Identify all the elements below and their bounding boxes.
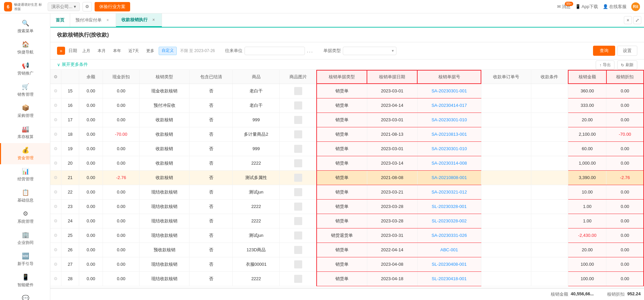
cell-doc_no[interactable]: SL-20230328-001 <box>417 199 481 214</box>
cell-settings[interactable]: ⚙ <box>50 214 61 228</box>
cell-doc_no[interactable]: SA-20230301-010 <box>417 141 481 156</box>
counterpart-input[interactable] <box>245 47 305 55</box>
industry-button[interactable]: 休验行业方案 <box>95 2 130 11</box>
date-tab-custom[interactable]: 自定义 <box>159 47 177 55</box>
row-settings-icon[interactable]: ⚙ <box>54 218 58 223</box>
row-settings-icon[interactable]: ⚙ <box>54 117 58 122</box>
tab-receivable[interactable]: 收款核销执行 × <box>116 13 162 27</box>
sidebar-item-operation[interactable]: 📊 经营管理 <box>0 164 50 185</box>
cell-settings[interactable]: ⚙ <box>50 141 61 156</box>
filter-bar: » 日期 上月 本月 本年 近7天 更多 自定义 不限 至 2023-07-26… <box>50 42 644 59</box>
date-tab-thisyear[interactable]: 本年 <box>110 47 124 55</box>
date-tab-more[interactable]: 更多 <box>143 47 157 55</box>
sidebar-item-guide[interactable]: 🆕 新手引导 <box>0 249 50 270</box>
expand-more-bar[interactable]: ∨ 展开更多条件 <box>50 59 644 70</box>
cell-seq: 20 <box>61 156 79 170</box>
sidebar-item-hardware[interactable]: 📱 智能硬件 <box>0 270 50 291</box>
sidebar-item-wechat[interactable]: 💬 企业微信 <box>0 291 50 300</box>
cell-settings[interactable]: ⚙ <box>50 271 61 286</box>
cell-seq: 16 <box>61 98 79 113</box>
query-button[interactable]: 查询 <box>593 46 615 56</box>
cell-settings[interactable]: ⚙ <box>50 156 61 170</box>
sidebar-item-marketing[interactable]: 📢 营销推广 <box>0 58 50 80</box>
sidebar-item-basic[interactable]: 📋 基础信息 <box>0 185 50 207</box>
sidebar-item-sales[interactable]: 🛒 销售管理 <box>0 80 50 101</box>
cell-settings[interactable]: ⚙ <box>50 199 61 214</box>
cell-receipt_terms <box>531 214 568 228</box>
cell-doc_no[interactable]: SA-20230314-008 <box>417 156 481 170</box>
cell-writeoff_discount: -2.76 <box>606 170 644 185</box>
filter-expand-button[interactable]: » <box>57 47 65 55</box>
cell-settings[interactable]: ⚙ <box>50 127 61 141</box>
tab-prepay[interactable]: 预付冲应付单 × <box>70 13 116 27</box>
date-tab-thismonth[interactable]: 本月 <box>95 47 109 55</box>
tab-home[interactable]: 首页 <box>50 13 70 27</box>
sidebar-item-search[interactable]: 🔍 搜索菜单 <box>0 16 50 37</box>
sidebar-item-purchase[interactable]: 📦 采购管理 <box>0 101 50 122</box>
cell-settings[interactable]: ⚙ <box>50 228 61 243</box>
row-settings-icon[interactable]: ⚙ <box>54 146 58 151</box>
col-settings[interactable]: ⚙ <box>50 70 61 84</box>
cell-balance: 0.00 <box>79 84 103 98</box>
cell-writeoff_type: 预收款核销 <box>140 243 190 257</box>
home-icon: 🏠 <box>22 41 29 48</box>
settings-button[interactable]: ⚙ <box>83 2 92 11</box>
close-window-button[interactable]: × <box>624 16 632 24</box>
cell-doc_no[interactable]: SA-20210808-001 <box>417 170 481 185</box>
cell-settings[interactable]: ⚙ <box>50 113 61 127</box>
row-settings-icon[interactable]: ⚙ <box>54 161 58 166</box>
sidebar-item-inventory[interactable]: 🏭 库存核算 <box>0 122 50 143</box>
cell-doc_no[interactable]: SL-20230418-001 <box>417 271 481 286</box>
cell-product_image <box>280 185 317 199</box>
export-button[interactable]: ↑ 导出 <box>596 60 614 70</box>
row-settings-icon[interactable]: ⚙ <box>54 103 58 108</box>
row-settings-icon[interactable]: ⚙ <box>54 247 58 252</box>
table-row: ⚙190.000.00收款核销否999销货单2023-03-01SA-20230… <box>50 141 644 156</box>
cell-doc_no[interactable]: SL-20230408-001 <box>417 257 481 271</box>
cell-doc_date: 2021-08-13 <box>367 127 417 141</box>
cell-settings[interactable]: ⚙ <box>50 170 61 185</box>
sidebar-item-finance[interactable]: 💰 资金管理 <box>0 143 50 164</box>
row-settings-icon[interactable]: ⚙ <box>54 189 58 195</box>
cell-doc_no[interactable]: SA-20230321-012 <box>417 185 481 199</box>
cell-doc_no[interactable]: SA-20230331-026 <box>417 228 481 243</box>
cell-seq: 27 <box>61 257 79 271</box>
inventory-icon: 🏭 <box>22 125 29 133</box>
cell-doc_no[interactable]: SA-20230414-017 <box>417 98 481 113</box>
sidebar-item-system[interactable]: ⚙ 系统管理 <box>0 207 50 228</box>
cell-settings[interactable]: ⚙ <box>50 84 61 98</box>
date-tab-lastmonth[interactable]: 上月 <box>79 47 93 55</box>
cell-doc_no[interactable]: SA-20230301-001 <box>417 84 481 98</box>
restore-window-button[interactable]: ⤢ <box>633 16 641 24</box>
online-service-button[interactable]: 👤 在线客服 <box>603 4 627 10</box>
cell-doc_no[interactable]: ABC-001 <box>417 243 481 257</box>
cell-doc_no[interactable]: SA-20210813-001 <box>417 127 481 141</box>
cell-settings[interactable]: ⚙ <box>50 98 61 113</box>
cell-doc_no[interactable]: SL-20230328-002 <box>417 214 481 228</box>
cell-settings[interactable]: ⚙ <box>50 257 61 271</box>
row-settings-icon[interactable]: ⚙ <box>54 132 58 137</box>
filter-settings-button[interactable]: 设置 <box>617 46 637 56</box>
row-settings-icon[interactable]: ⚙ <box>54 233 58 238</box>
cell-settings[interactable]: ⚙ <box>50 185 61 199</box>
row-settings-icon[interactable]: ⚙ <box>54 262 58 267</box>
sidebar-item-company[interactable]: 🏢 企业协同 <box>0 228 50 249</box>
row-settings-icon[interactable]: ⚙ <box>54 175 58 180</box>
sidebar-item-quicknav[interactable]: 🏠 快捷导航 <box>0 37 50 58</box>
cell-settings[interactable]: ⚙ <box>50 243 61 257</box>
receipt-type-select[interactable] <box>343 47 396 55</box>
refresh-button[interactable]: ↻ 刷新 <box>617 60 637 70</box>
cell-doc_no[interactable]: SA-20230301-010 <box>417 113 481 127</box>
row-settings-icon[interactable]: ⚙ <box>54 204 58 209</box>
row-settings-icon[interactable]: ⚙ <box>54 276 58 281</box>
sidebar-label-hardware: 智能硬件 <box>17 282 34 288</box>
company-selector[interactable]: 演示公司... ▾ <box>48 2 80 11</box>
user-avatar[interactable]: Rit <box>631 2 640 11</box>
row-settings-icon[interactable]: ⚙ <box>54 88 58 93</box>
tab-receivable-close[interactable]: × <box>151 17 156 23</box>
app-download-button[interactable]: 📱 App下载 <box>575 4 598 10</box>
date-tab-7days[interactable]: 近7天 <box>125 47 142 55</box>
cell-receipt_order_no <box>481 98 531 113</box>
tab-prepay-close[interactable]: × <box>105 17 110 23</box>
notification-button[interactable]: ✉ 消息 99+ <box>557 4 571 10</box>
